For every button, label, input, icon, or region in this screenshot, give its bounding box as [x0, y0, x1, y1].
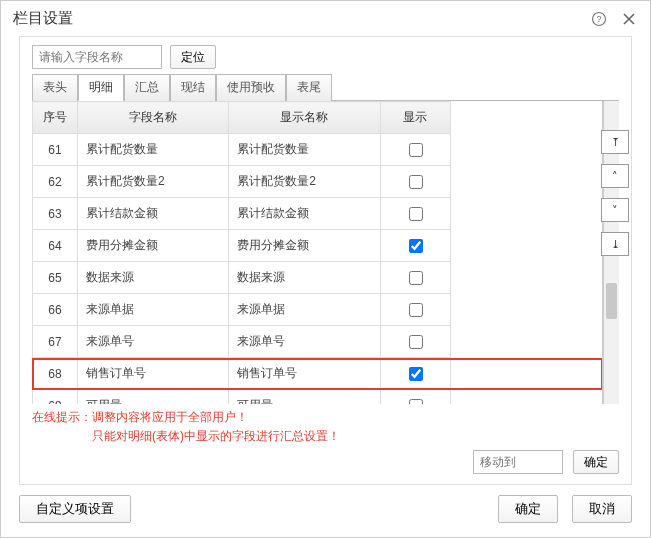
cell-field: 来源单号: [78, 326, 229, 358]
show-checkbox[interactable]: [409, 367, 423, 381]
search-row: 定位: [32, 45, 619, 69]
cell-show: [380, 166, 450, 198]
scrollbar-thumb[interactable]: [606, 283, 617, 319]
tips: 在线提示：调整内容将应用于全部用户！ 只能对明细(表体)中显示的字段进行汇总设置…: [32, 408, 619, 446]
move-row: 确定: [32, 450, 619, 474]
col-display-header: 显示名称: [229, 102, 380, 134]
show-checkbox[interactable]: [409, 143, 423, 157]
cell-show: [380, 198, 450, 230]
help-icon[interactable]: ?: [590, 10, 608, 28]
cell-seq: 67: [33, 326, 78, 358]
cell-display: 费用分摊金额: [229, 230, 380, 262]
cell-seq: 63: [33, 198, 78, 230]
show-checkbox[interactable]: [409, 239, 423, 253]
cell-field: 累计结款金额: [78, 198, 229, 230]
cell-display: 来源单据: [229, 294, 380, 326]
show-checkbox[interactable]: [409, 399, 423, 404]
cell-seq: 65: [33, 262, 78, 294]
tab-sum[interactable]: 汇总: [124, 74, 170, 101]
col-field-header: 字段名称: [78, 102, 229, 134]
tab-cash[interactable]: 现结: [170, 74, 216, 101]
table-row[interactable]: 69可用量可用量: [33, 390, 602, 404]
cell-show: [380, 230, 450, 262]
fields-table: 序号 字段名称 显示名称 显示 61累计配货数量累计配货数量62累计配货数量2累…: [32, 101, 602, 404]
cell-display: 销售订单号: [229, 358, 380, 390]
table-row[interactable]: 62累计配货数量2累计配货数量2: [33, 166, 602, 198]
move-down-button[interactable]: ˅: [601, 198, 629, 222]
titlebar: 栏目设置 ?: [1, 1, 650, 36]
cell-show: [380, 326, 450, 358]
custom-fields-button[interactable]: 自定义项设置: [19, 495, 131, 523]
dialog-footer: 自定义项设置 确定 取消: [1, 485, 650, 537]
cell-display: 累计配货数量: [229, 134, 380, 166]
cell-seq: 61: [33, 134, 78, 166]
cell-seq: 62: [33, 166, 78, 198]
table-row[interactable]: 66来源单据来源单据: [33, 294, 602, 326]
dialog-title: 栏目设置: [13, 9, 73, 28]
tip-line2: 只能对明细(表体)中显示的字段进行汇总设置！: [32, 427, 619, 446]
cell-field: 销售订单号: [78, 358, 229, 390]
cell-show: [380, 262, 450, 294]
tab-detail[interactable]: 明细: [78, 74, 124, 101]
show-checkbox[interactable]: [409, 271, 423, 285]
cell-field: 可用量: [78, 390, 229, 404]
col-show-header: 显示: [380, 102, 450, 134]
cell-display: 数据来源: [229, 262, 380, 294]
tab-tail[interactable]: 表尾: [286, 74, 332, 101]
column-settings-dialog: 栏目设置 ? 定位 表头明细汇总现结使用预收表尾 序号 字段名称: [0, 0, 651, 538]
cell-show: [380, 390, 450, 404]
table-row[interactable]: 67来源单号来源单号: [33, 326, 602, 358]
field-search-input[interactable]: [32, 45, 162, 69]
cell-field: 数据来源: [78, 262, 229, 294]
cell-seq: 64: [33, 230, 78, 262]
col-seq-header: 序号: [33, 102, 78, 134]
cell-field: 累计配货数量2: [78, 166, 229, 198]
cell-field: 来源单据: [78, 294, 229, 326]
show-checkbox[interactable]: [409, 175, 423, 189]
cell-display: 累计结款金额: [229, 198, 380, 230]
tabs: 表头明细汇总现结使用预收表尾: [32, 73, 619, 101]
grid-wrap: 序号 字段名称 显示名称 显示 61累计配货数量累计配货数量62累计配货数量2累…: [32, 101, 619, 404]
cell-field: 累计配货数量: [78, 134, 229, 166]
cell-seq: 68: [33, 358, 78, 390]
cell-show: [380, 294, 450, 326]
locate-button[interactable]: 定位: [170, 45, 216, 69]
cell-seq: 69: [33, 390, 78, 404]
cell-field: 费用分摊金额: [78, 230, 229, 262]
show-checkbox[interactable]: [409, 335, 423, 349]
cell-display: 可用量: [229, 390, 380, 404]
show-checkbox[interactable]: [409, 207, 423, 221]
move-bottom-button[interactable]: ⤓: [601, 232, 629, 256]
cell-seq: 66: [33, 294, 78, 326]
table-row[interactable]: 65数据来源数据来源: [33, 262, 602, 294]
move-to-input[interactable]: [473, 450, 563, 474]
cell-display: 累计配货数量2: [229, 166, 380, 198]
ok-button[interactable]: 确定: [498, 495, 558, 523]
table-row[interactable]: 61累计配货数量累计配货数量: [33, 134, 602, 166]
move-ok-button[interactable]: 确定: [573, 450, 619, 474]
table-row[interactable]: 63累计结款金额累计结款金额: [33, 198, 602, 230]
show-checkbox[interactable]: [409, 303, 423, 317]
tab-pre[interactable]: 使用预收: [216, 74, 286, 101]
tab-head[interactable]: 表头: [32, 74, 78, 101]
cell-show: [380, 358, 450, 390]
svg-text:?: ?: [596, 14, 601, 24]
reorder-arrows: ⤒ ˄ ˅ ⤓: [601, 130, 629, 256]
table-row[interactable]: 64费用分摊金额费用分摊金额: [33, 230, 602, 262]
close-icon[interactable]: [620, 10, 638, 28]
cancel-button[interactable]: 取消: [572, 495, 632, 523]
dialog-body: 定位 表头明细汇总现结使用预收表尾 序号 字段名称 显示名称 显示 61累计配货…: [19, 36, 632, 485]
move-up-button[interactable]: ˄: [601, 164, 629, 188]
grid: 序号 字段名称 显示名称 显示 61累计配货数量累计配货数量62累计配货数量2累…: [32, 101, 603, 404]
move-top-button[interactable]: ⤒: [601, 130, 629, 154]
cell-show: [380, 134, 450, 166]
cell-display: 来源单号: [229, 326, 380, 358]
tip-line1: 在线提示：调整内容将应用于全部用户！: [32, 410, 248, 424]
table-row[interactable]: 68销售订单号销售订单号: [33, 358, 602, 390]
